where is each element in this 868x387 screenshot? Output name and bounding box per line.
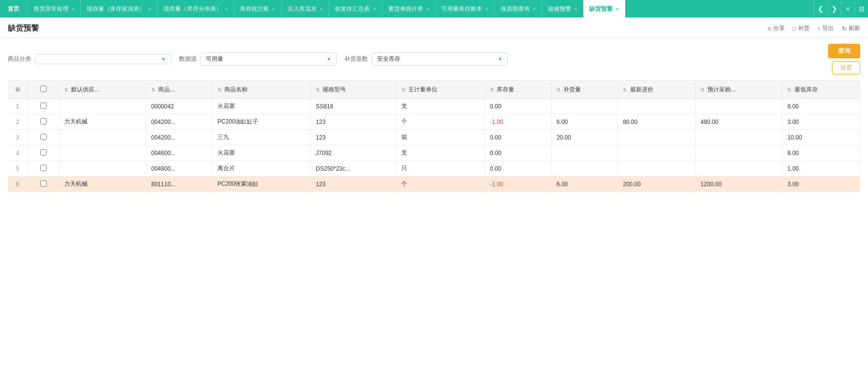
replenish-base-filter-group: 补货基数 安全库存 ▼ — [344, 53, 508, 66]
row-checkbox[interactable] — [40, 103, 47, 109]
tab-label: 要货单统计表 — [388, 5, 423, 13]
page-title: 缺货预警 — [8, 23, 768, 34]
row-supplier — [59, 130, 146, 145]
tab-shortage-warn[interactable]: 缺货预警× — [583, 0, 625, 18]
row-goods-name: 火花塞 — [212, 145, 310, 161]
th-min-stock[interactable]: 最低库存 — [782, 81, 860, 99]
tab-close-icon[interactable]: × — [272, 6, 275, 12]
select-all-checkbox[interactable] — [40, 86, 47, 92]
tab-close-icon[interactable]: × — [426, 6, 429, 12]
tab-close-icon[interactable]: × — [485, 6, 488, 12]
row-unit: 个 — [396, 176, 485, 192]
th-latest-price-label: 最新进价 — [630, 86, 653, 93]
settings-button[interactable]: 设置 — [832, 61, 860, 74]
row-stock: 0.00 — [485, 99, 552, 114]
tab-nav-buttons: ❮ ❯ × ⊟ — [814, 0, 868, 18]
tab-home[interactable]: 首页 — [0, 0, 28, 18]
replenish-label: 补货 — [798, 24, 810, 33]
th-latest-price[interactable]: 最新进价 — [618, 81, 696, 99]
row-est-purchase — [695, 130, 782, 145]
th-unit[interactable]: 主计量单位 — [396, 81, 485, 99]
row-stock: 0.00 — [485, 145, 552, 161]
row-min-stock: 10.00 — [782, 130, 860, 145]
th-supplier[interactable]: 默认供应... — [59, 81, 146, 99]
tab-label: 现存量（库存分布表） — [163, 5, 222, 13]
row-min-stock: 1.00 — [782, 161, 860, 176]
tab-label: 缺货预警 — [589, 5, 613, 13]
table-row: 6 力天机械 801110... PC200张紧油缸 123 个 -1.00 6… — [8, 176, 860, 192]
replenish-base-select[interactable]: 安全库存 ▼ — [372, 53, 508, 66]
row-est-purchase: 1200.00 — [695, 176, 782, 192]
tab-close-icon[interactable]: × — [574, 6, 577, 12]
tab-close-icon[interactable]: × — [320, 6, 323, 12]
tab-inventory-dist[interactable]: 现存量（库存分布表）× — [158, 0, 234, 18]
th-spec[interactable]: 规格型号 — [311, 81, 397, 99]
table-row: 2 力天机械 004200... PC200油缸缸子 123 个 -1.00 6… — [8, 114, 860, 130]
th-replenish-qty-label: 补货量 — [563, 86, 581, 93]
tab-close-icon[interactable]: × — [148, 6, 151, 12]
row-checkbox[interactable] — [40, 165, 47, 171]
tab-label: 库存批次账 — [240, 5, 269, 13]
replenish-button[interactable]: □ 补货 — [793, 24, 810, 33]
row-goods-code: 801110... — [146, 176, 212, 192]
row-num: 5 — [8, 161, 28, 176]
page-header: 缺货预警 ⎋ 分享 □ 补货 ↑ 导出 ↻ 刷新 — [0, 18, 868, 38]
row-num: 4 — [8, 145, 28, 161]
tab-available-ledger[interactable]: 可用量库存账本× — [435, 0, 494, 18]
export-button[interactable]: ↑ 导出 — [817, 24, 834, 33]
th-goods-code[interactable]: 商品... — [146, 81, 212, 99]
row-checkbox[interactable] — [40, 149, 47, 156]
row-unit: 个 — [396, 114, 485, 130]
tab-inventory-status[interactable]: 现存量（库存状况表）× — [81, 0, 157, 18]
tab-close-icon[interactable]: × — [615, 6, 618, 12]
tab-prev-button[interactable]: ❮ — [814, 0, 827, 18]
row-min-stock: 3.00 — [782, 114, 860, 130]
row-stock: -1.00 — [485, 176, 552, 192]
tab-close-icon[interactable]: × — [72, 6, 74, 12]
replenish-base-value: 安全库存 — [377, 55, 400, 63]
close-current-tab-button[interactable]: × — [841, 0, 854, 18]
th-stock[interactable]: 库存量 — [485, 81, 552, 99]
row-checkbox[interactable] — [40, 134, 47, 140]
tab-order-stats[interactable]: 要货单统计表× — [382, 0, 435, 18]
row-checkbox[interactable] — [40, 180, 47, 187]
th-goods-name[interactable]: 商品名称 — [212, 81, 310, 99]
th-stock-label: 库存量 — [497, 86, 514, 93]
row-supplier — [59, 161, 146, 176]
row-spec: 123 — [311, 130, 397, 145]
row-est-purchase — [695, 99, 782, 114]
row-num: 3 — [8, 130, 28, 145]
tab-overstock-warn[interactable]: 超储预警× — [542, 0, 583, 18]
row-stock: -1.00 — [485, 114, 552, 130]
tab-close-icon[interactable]: × — [373, 6, 376, 12]
tab-error-proc[interactable]: 拣货异常处理× — [28, 0, 81, 18]
datasource-select[interactable]: 可用量 ▼ — [200, 53, 337, 66]
th-replenish-qty[interactable]: 补货量 — [551, 81, 618, 99]
tab-next-button[interactable]: ❯ — [827, 0, 841, 18]
th-supplier-label: 默认供应... — [71, 86, 99, 93]
row-stock: 0.00 — [485, 130, 552, 145]
tab-expiry-query[interactable]: 保质期查询× — [495, 0, 542, 18]
table-body: 1 0000042 火花塞 SS816 支 0.00 8.00 2 力天机械 0… — [8, 99, 860, 192]
row-est-purchase — [695, 145, 782, 161]
category-select[interactable]: ▼ — [35, 54, 171, 64]
tab-batch-account[interactable]: 库存批次账× — [234, 0, 281, 18]
datasource-filter-group: 数据源 可用量 ▼ — [179, 53, 337, 66]
row-checkbox[interactable] — [40, 118, 47, 124]
close-all-tabs-button[interactable]: ⊟ — [854, 0, 868, 18]
share-button[interactable]: ⎋ 分享 — [768, 24, 785, 33]
row-supplier: 力天机械 — [59, 114, 146, 130]
row-min-stock: 8.00 — [782, 145, 860, 161]
tab-in-out-flow[interactable]: 出入库流水× — [282, 0, 329, 18]
tab-label: 可用量库存账本 — [441, 5, 482, 13]
row-min-stock: 8.00 — [782, 99, 860, 114]
column-settings-icon[interactable]: ⚙ — [13, 85, 22, 94]
refresh-button[interactable]: ↻ 刷新 — [842, 24, 860, 33]
tab-close-icon[interactable]: × — [225, 6, 228, 12]
query-button[interactable]: 查询 — [828, 44, 860, 58]
filter-actions: 查询 设置 — [828, 44, 860, 74]
th-est-purchase[interactable]: 预计采购... — [695, 81, 782, 99]
replenish-base-label: 补货基数 — [344, 55, 368, 63]
tab-close-icon[interactable]: × — [533, 6, 536, 12]
tab-receive-summary[interactable]: 收发存汇总表× — [329, 0, 382, 18]
